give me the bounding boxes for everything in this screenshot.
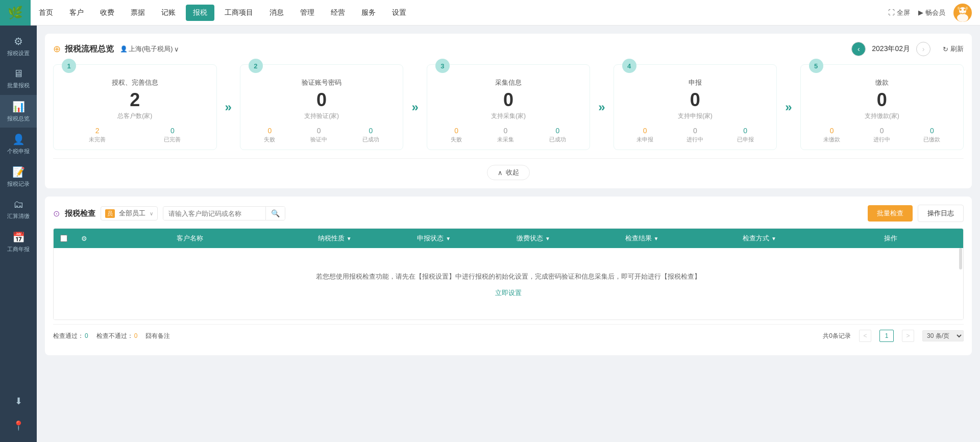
gear-icon: ⚙ <box>14 35 23 47</box>
table-empty-message: 若您想使用报税检查功能，请先在【报税设置】中进行报税的初始化设置，完成密码验证和… <box>316 270 701 283</box>
sidebar-item-batch-tax[interactable]: 🖥 批量报税 <box>0 62 37 95</box>
card-3-stat-1: 0 失败 <box>451 127 462 143</box>
nav-item-customer[interactable]: 客户 <box>61 0 92 26</box>
card-4-stats: 0 未申报 0 进行中 0 已申报 <box>620 127 771 143</box>
nav-item-manage[interactable]: 管理 <box>292 0 323 26</box>
filter-method-icon[interactable]: ▼ <box>771 236 776 241</box>
table-wrap: ⚙ 客户名称 纳税性质 ▼ 申报状态 ▼ 缴费状态 ▼ <box>53 228 964 320</box>
search-input[interactable] <box>163 207 265 220</box>
current-date: 2023年02月 <box>872 44 910 54</box>
check-pass: 检查通过： 0 <box>53 332 88 340</box>
filter-result-icon[interactable]: ▼ <box>654 236 659 241</box>
nav-right: ⛶ 全屏 ▶ 畅会员 <box>888 4 980 22</box>
location-tag[interactable]: 👤 上海(电子税局) ∨ <box>120 44 179 54</box>
svg-point-2 <box>957 14 968 22</box>
card-3-subtitle: 支持采集(家) <box>433 112 584 120</box>
search-button[interactable]: 🔍 <box>265 207 285 220</box>
card-1-value: 2 <box>60 89 210 111</box>
card-1-stat-1: 2 未完善 <box>89 127 106 143</box>
nav-item-invoice[interactable]: 票据 <box>122 0 153 26</box>
download-icon: ⬇ <box>15 396 22 407</box>
card-2-stat-3: 0 已成功 <box>362 127 379 143</box>
card-1-num: 1 <box>62 59 76 73</box>
top-nav: 首页 客户 收费 票据 记账 报税 工商项目 消息 管理 经营 服务 设置 <box>31 0 888 25</box>
total-records: 共0条记录 <box>823 332 851 340</box>
nav-item-tax[interactable]: 报税 <box>186 5 214 21</box>
card-1-subtitle: 总客户数(家) <box>60 112 210 120</box>
nav-item-bookkeeping[interactable]: 记账 <box>153 0 184 26</box>
card-4-value: 0 <box>620 89 771 111</box>
svg-rect-6 <box>966 7 968 10</box>
sidebar-item-annual-report[interactable]: 📅 工商年报 <box>0 226 37 258</box>
nav-item-operation[interactable]: 经营 <box>323 0 353 26</box>
card-5-stats: 0 未缴款 0 进行中 0 已缴款 <box>807 127 958 143</box>
card-5-stat-2: 0 进行中 <box>873 127 890 143</box>
sidebar-item-location[interactable]: 📍 <box>0 413 37 438</box>
card-3-num: 3 <box>435 59 450 73</box>
next-page-button[interactable]: > <box>902 330 914 342</box>
sidebar-item-tax-overview[interactable]: 📊 报税总览 <box>0 95 37 128</box>
card-5-stat-3: 0 已缴款 <box>923 127 940 143</box>
nav-item-home[interactable]: 首页 <box>31 0 61 26</box>
batch-icon: 🖥 <box>13 68 23 80</box>
card-2-stat-1: 0 失败 <box>264 127 275 143</box>
card-4-num: 4 <box>622 59 636 73</box>
card-1-stats: 2 未完善 0 已完善 <box>60 127 210 143</box>
prev-page-button[interactable]: < <box>859 330 871 342</box>
nav-item-business[interactable]: 工商项目 <box>216 0 261 26</box>
svg-rect-5 <box>958 7 960 10</box>
settlement-icon: 🗂 <box>13 199 23 210</box>
nav-item-message[interactable]: 消息 <box>261 0 292 26</box>
sidebar-item-tax-record[interactable]: 📝 报税记录 <box>0 160 37 193</box>
nav-item-fee[interactable]: 收费 <box>92 0 122 26</box>
card-4-stat-1: 0 未申报 <box>636 127 653 143</box>
table-footer: 检查通过： 0 检查不通过： 0 囧有备注 共0条记录 < 1 > 30 条/页… <box>53 324 964 347</box>
filter-declare-icon[interactable]: ▼ <box>446 236 451 241</box>
sidebar-item-individual-tax[interactable]: 👤 个税申报 <box>0 128 37 160</box>
sidebar-item-tax-settings[interactable]: ⚙ 报税设置 <box>0 30 37 62</box>
filter-icon[interactable]: ▼ <box>347 236 352 241</box>
card-3-stat-3: 0 已成功 <box>549 127 566 143</box>
taxcheck-title-icon: ⊙ <box>53 209 60 218</box>
collapse-up-icon: ∧ <box>498 169 503 177</box>
collapse-button[interactable]: ∧ 收起 <box>487 165 530 180</box>
sidebar-item-settlement[interactable]: 🗂 汇算清缴 <box>0 193 37 226</box>
pass-count-link[interactable]: 0 <box>85 332 88 339</box>
card-2-value: 0 <box>247 89 397 111</box>
overview-panel: ⊕ 报税流程总览 👤 上海(电子税局) ∨ ‹ 2023年02月 › ↻ 刷新 <box>45 34 972 188</box>
flow-arrow-3: » <box>596 64 607 150</box>
nav-item-service[interactable]: 服务 <box>353 0 384 26</box>
svg-point-4 <box>964 9 966 11</box>
th-declare-status: 申报状态 ▼ <box>384 229 484 248</box>
card-5-stat-1: 0 未缴款 <box>823 127 840 143</box>
filter-pay-icon[interactable]: ▼ <box>545 236 550 241</box>
fail-count-link[interactable]: 0 <box>134 332 138 339</box>
select-all-checkbox[interactable] <box>60 235 67 242</box>
next-month-button[interactable]: › <box>916 42 930 56</box>
nav-item-settings[interactable]: 设置 <box>384 0 414 26</box>
avatar[interactable] <box>953 4 972 22</box>
refresh-icon: ↻ <box>943 45 948 53</box>
sidebar-item-download[interactable]: ⬇ <box>0 389 37 413</box>
fullscreen-icon: ⛶ <box>888 9 895 16</box>
prev-month-button[interactable]: ‹ <box>851 42 866 56</box>
settings-icon[interactable]: ⚙ <box>81 235 87 242</box>
person-icon: 👤 <box>12 133 25 145</box>
setup-link[interactable]: 立即设置 <box>495 288 522 298</box>
card-3-stat-2: 0 未采集 <box>497 127 514 143</box>
svg-point-3 <box>960 9 962 11</box>
sidebar: ⚙ 报税设置 🖥 批量报税 📊 报税总览 👤 个税申报 📝 报税记录 🗂 汇算清… <box>0 26 37 442</box>
overview-icon: 📊 <box>12 101 25 113</box>
refresh-button[interactable]: ↻ 刷新 <box>943 44 964 54</box>
play-icon: ▶ <box>918 9 923 16</box>
table-body: 若您想使用报税检查功能，请先在【报税设置】中进行报税的初始化设置，完成密码验证和… <box>54 248 963 320</box>
operation-log-button[interactable]: 操作日志 <box>918 205 964 222</box>
batch-check-button[interactable]: 批量检查 <box>868 205 913 222</box>
fullscreen-button[interactable]: ⛶ 全屏 <box>888 8 910 17</box>
per-page-select[interactable]: 30 条/页 50 条/页 100 条/页 <box>922 330 964 341</box>
card-5-value: 0 <box>807 89 958 111</box>
card-1-title: 授权、完善信息 <box>60 78 210 87</box>
scrollbar[interactable] <box>959 248 962 269</box>
employee-select[interactable]: 员 全部员工 ∨ <box>101 206 158 220</box>
vip-button[interactable]: ▶ 畅会员 <box>918 8 945 17</box>
